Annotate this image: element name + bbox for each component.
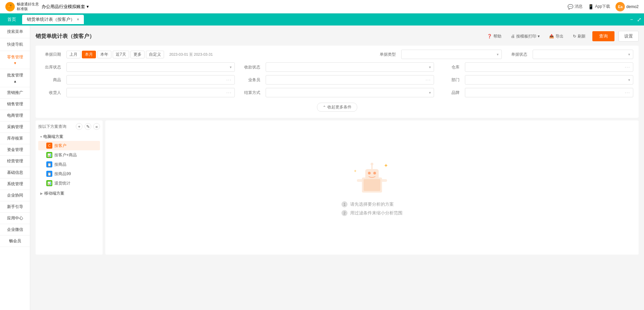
app-download-button[interactable]: 📱 App下载 bbox=[588, 4, 610, 9]
pay-status-input[interactable]: ▾ bbox=[266, 62, 434, 72]
tab-close-icon[interactable]: × bbox=[77, 17, 79, 22]
settle-input[interactable]: ▾ bbox=[266, 88, 434, 97]
message-icon: 💬 bbox=[568, 4, 573, 9]
add-scheme-button[interactable]: + bbox=[76, 123, 83, 130]
help-button[interactable]: ❓ 帮助 bbox=[484, 32, 504, 41]
doc-status-chevron-icon: ▾ bbox=[628, 52, 630, 57]
salesman-input[interactable]: ··· bbox=[266, 75, 434, 85]
scheme-by-goods99[interactable]: 📋 按商品99 bbox=[38, 169, 100, 178]
edit-scheme-button[interactable]: ✎ bbox=[85, 123, 91, 130]
tab-home[interactable]: 首页 bbox=[3, 15, 21, 24]
sidebar-item-marketing[interactable]: 营销推广 bbox=[0, 87, 30, 99]
scheme-icon-return: 📊 bbox=[46, 180, 52, 186]
goods-input[interactable]: ··· bbox=[66, 75, 235, 85]
department-input[interactable]: ▾ bbox=[465, 75, 633, 85]
brand-input[interactable]: ··· bbox=[465, 88, 633, 97]
logo: 🍊 畅捷通好生意 标准版 bbox=[5, 2, 39, 11]
date-this-month-btn[interactable]: 本月 bbox=[82, 51, 96, 58]
export-button[interactable]: 📤 导出 bbox=[546, 32, 566, 41]
sidebar-item-operations[interactable]: 经营管理 bbox=[0, 156, 30, 167]
print-button[interactable]: 🖨 按模板打印 ▾ bbox=[508, 32, 542, 41]
salesman-label: 业务员 bbox=[240, 77, 260, 83]
report-content-area: ✦ ✦ 1 请先选择要分析的方案 2 用过滤条件来缩小分析范围 bbox=[105, 120, 639, 255]
export-icon: 📤 bbox=[549, 34, 554, 39]
scheme-by-goods[interactable]: 📋 按商品 bbox=[38, 160, 100, 169]
goods-label: 商品 bbox=[41, 77, 61, 83]
sidebar-item-inventory[interactable]: 库存核算 bbox=[0, 133, 30, 144]
sidebar-item-ecommerce[interactable]: 电商管理 bbox=[0, 110, 30, 121]
mobile-tree-toggle-icon: ▶ bbox=[40, 192, 43, 195]
svg-point-6 bbox=[371, 163, 373, 165]
sidebar-item-wholesale[interactable]: 批发管理 ▴ bbox=[0, 69, 30, 87]
sidebar-nav-guide[interactable]: 快捷导航 bbox=[0, 38, 30, 51]
warehouse-input[interactable]: ··· bbox=[465, 62, 633, 72]
pay-status-chevron-icon: ▾ bbox=[429, 65, 431, 69]
user-profile[interactable]: Ea demo2 bbox=[615, 2, 639, 11]
mobile-section-header[interactable]: ▶ 移动端方案 bbox=[38, 189, 100, 198]
download-icon: 📱 bbox=[588, 4, 594, 9]
receiver-input[interactable]: ··· bbox=[66, 88, 235, 97]
pay-status-label: 收款状态 bbox=[240, 64, 260, 70]
empty-illustration: ✦ ✦ bbox=[352, 159, 392, 196]
message-button[interactable]: 💬 消息 bbox=[568, 4, 583, 9]
empty-state: ✦ ✦ 1 请先选择要分析的方案 2 用过滤条件来缩小分析范围 bbox=[341, 159, 402, 216]
tab-active[interactable]: 销货单统计表（按客户） × bbox=[22, 15, 84, 24]
sidebar-item-appcenter[interactable]: 应用中心 bbox=[0, 213, 30, 224]
maximize-button[interactable]: ⤢ bbox=[637, 16, 641, 23]
scheme-return-stats[interactable]: 📊 退货统计 bbox=[38, 178, 100, 188]
department-label: 部门 bbox=[439, 77, 460, 83]
salesman-dots-icon: ··· bbox=[426, 78, 431, 82]
refresh-icon: ↻ bbox=[573, 34, 576, 39]
receiver-dots-icon: ··· bbox=[226, 90, 232, 95]
date-more-btn[interactable]: 更多 bbox=[130, 51, 145, 58]
sidebar-item-corpwechat[interactable]: 企业微信 bbox=[0, 224, 30, 236]
department-chevron-icon: ▾ bbox=[628, 78, 630, 82]
sidebar-item-retail[interactable]: 零售管理 ▾ bbox=[0, 51, 30, 69]
scheme-icon-customer: C bbox=[46, 143, 52, 149]
sidebar-item-basicinfo[interactable]: 基础信息 bbox=[0, 167, 30, 178]
date-custom-btn[interactable]: 自定义 bbox=[146, 51, 164, 58]
chevron-up-icon: ▴ bbox=[14, 79, 16, 84]
desktop-section-header[interactable]: ▾ 电脑端方案 bbox=[38, 133, 100, 141]
sidebar-item-enterprise[interactable]: 企业协同 bbox=[0, 190, 30, 201]
date-last-month-btn[interactable]: 上月 bbox=[66, 51, 80, 58]
doc-status-input[interactable]: ▾ bbox=[533, 50, 633, 59]
date-this-year-btn[interactable]: 本年 bbox=[97, 51, 111, 58]
sidebar-item-sales[interactable]: 销售管理 bbox=[0, 99, 30, 110]
warehouse-dots-icon: ··· bbox=[625, 65, 630, 69]
date-range: 2023-03-01 至 2023-03-31 bbox=[169, 52, 213, 57]
out-status-input[interactable]: ▾ bbox=[66, 62, 235, 72]
settings-button[interactable]: 设置 bbox=[619, 31, 639, 42]
mobile-section: ▶ 移动端方案 bbox=[38, 189, 100, 198]
collapse-panel-button[interactable]: « bbox=[93, 123, 100, 130]
scheme-by-customer-goods[interactable]: 📊 按客户+商品 bbox=[38, 150, 100, 160]
help-icon: ❓ bbox=[487, 34, 492, 39]
svg-rect-1 bbox=[364, 179, 380, 191]
refresh-button[interactable]: ↻ 刷新 bbox=[570, 32, 588, 41]
chevron-down-icon: ▾ bbox=[14, 61, 16, 65]
sidebar-item-finance[interactable]: 资金管理 bbox=[0, 144, 30, 156]
date-label: 单据日期 bbox=[41, 52, 61, 57]
date-last7-btn[interactable]: 近7天 bbox=[113, 51, 129, 58]
sidebar-item-newbie[interactable]: 新手引导 bbox=[0, 201, 30, 213]
avatar: Ea bbox=[615, 2, 625, 11]
scheme-by-customer[interactable]: C 按客户 bbox=[38, 141, 100, 150]
breadcrumb[interactable]: 办公用品行业模拟账套 ▾ bbox=[42, 4, 89, 10]
settle-label: 结算方式 bbox=[240, 90, 260, 96]
collapse-button[interactable]: ⌃ 收起更多条件 bbox=[317, 103, 357, 112]
sidebar: 搜索菜单 快捷导航 零售管理 ▾ 批发管理 ▴ 营销推广 销售管理 电商管理 采… bbox=[0, 25, 30, 310]
scheme-icon-customer-goods: 📊 bbox=[46, 152, 52, 158]
sidebar-item-procurement[interactable]: 采购管理 bbox=[0, 121, 30, 133]
sidebar-item-sysadmin[interactable]: 系统管理 bbox=[0, 178, 30, 190]
sidebar-search-menu[interactable]: 搜索菜单 bbox=[0, 25, 30, 38]
empty-tips: 1 请先选择要分析的方案 2 用过滤条件来缩小分析范围 bbox=[341, 201, 402, 216]
svg-rect-8 bbox=[381, 179, 387, 182]
doc-type-input[interactable]: ▾ bbox=[401, 50, 502, 59]
svg-text:✦: ✦ bbox=[354, 169, 357, 173]
doc-type-chevron-icon: ▾ bbox=[497, 52, 499, 57]
scheme-icon-goods: 📋 bbox=[46, 161, 52, 167]
minimize-button[interactable]: － bbox=[629, 16, 634, 23]
breadcrumb-chevron-icon: ▾ bbox=[87, 4, 89, 9]
query-button[interactable]: 查询 bbox=[592, 31, 614, 41]
sidebar-item-membership[interactable]: 畅会员 bbox=[0, 236, 30, 247]
